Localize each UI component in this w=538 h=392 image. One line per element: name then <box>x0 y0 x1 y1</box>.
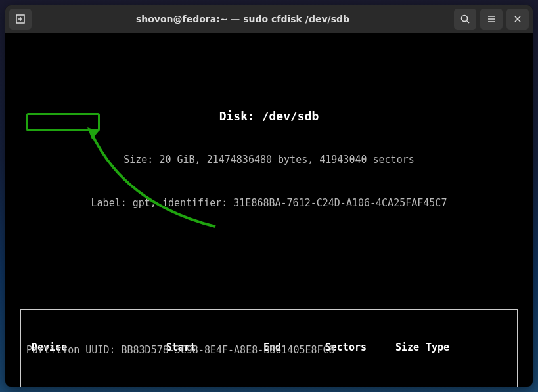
svg-line-4 <box>467 21 470 24</box>
partition-uuid: Partition UUID: BB83D578-3C98-8E4F-A8E8-… <box>26 343 512 357</box>
terminal-content[interactable]: Disk: /dev/sdb Size: 20 GiB, 21474836480… <box>5 33 533 387</box>
close-icon <box>512 14 523 24</box>
disk-title: Disk: /dev/sdb <box>5 109 533 123</box>
close-button[interactable] <box>506 9 529 30</box>
new-tab-icon <box>15 14 26 24</box>
new-tab-button[interactable] <box>9 9 32 30</box>
hamburger-icon <box>486 14 497 24</box>
svg-point-3 <box>462 16 468 22</box>
window-title: shovon@fedora:~ — sudo cfdisk /dev/sdb <box>35 14 450 24</box>
disk-label-line: Label: gpt, identifier: 31E868BA-7612-C2… <box>5 196 533 210</box>
search-button[interactable] <box>454 9 476 30</box>
titlebar: shovon@fedora:~ — sudo cfdisk /dev/sdb <box>5 5 533 33</box>
search-icon <box>460 14 470 24</box>
disk-header-block: Disk: /dev/sdb Size: 20 GiB, 21474836480… <box>5 80 533 239</box>
menu-button[interactable] <box>480 9 503 30</box>
action-menu: [ Delete ] [ Resize ] [ Quit ] [ Type ] … <box>5 360 533 387</box>
disk-size-line: Size: 20 GiB, 21474836480 bytes, 4194304… <box>5 152 533 167</box>
terminal-window: shovon@fedora:~ — sudo cfdisk /dev/sdb D… <box>5 5 533 387</box>
